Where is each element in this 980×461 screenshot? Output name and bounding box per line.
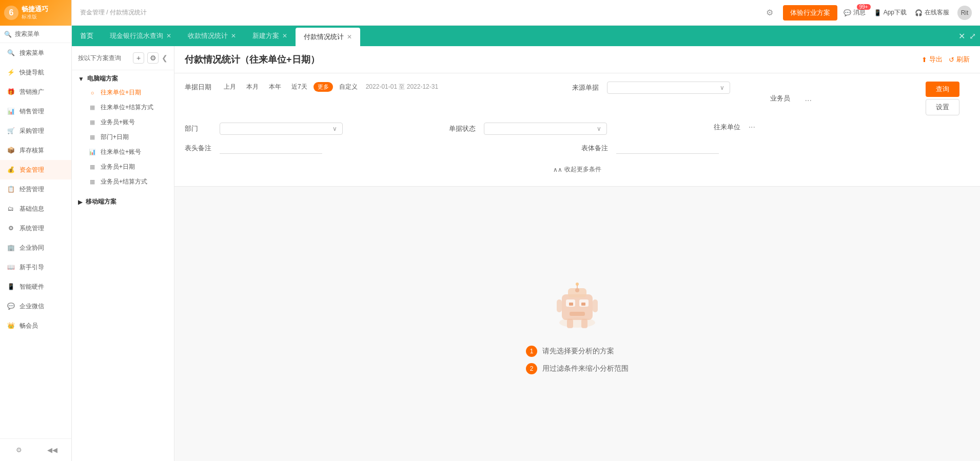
source-doc-select[interactable]: ∨	[607, 82, 730, 94]
date-option-more[interactable]: 更多	[313, 82, 333, 92]
sidebar-item-label-purchase: 采购管理	[19, 127, 44, 135]
tab-close-all-icon[interactable]: ✕	[958, 31, 965, 41]
svg-rect-9	[567, 319, 573, 328]
message-icon: 💬	[844, 9, 851, 16]
sidebar-item-label-system: 系统管理	[19, 224, 44, 233]
scheme-item-icon-partner_settlement: ▦	[88, 104, 96, 112]
sidebar-collapse-btn[interactable]: ◀◀	[38, 443, 68, 457]
scheme-panel: 按以下方案查询 + ⚙ ❮ ▼ 电脑端方案 ○ 往来单位+日期 ▦ 往来单位+结…	[72, 46, 174, 461]
header-note-input[interactable]	[220, 142, 322, 154]
doc-status-select[interactable]: ∨	[484, 123, 607, 135]
logo-icon: 6	[4, 6, 18, 20]
export-btn[interactable]: ⬆ 导出	[922, 55, 943, 64]
sidebar-logo: 6 畅捷通巧 标准版	[0, 0, 71, 26]
query-btn[interactable]: 查询	[926, 82, 959, 97]
inventory-icon: 📦	[6, 146, 15, 155]
sidebar-item-member[interactable]: 👑 畅会员	[0, 316, 71, 335]
sidebar-item-operation[interactable]: 📋 经营管理	[0, 179, 71, 199]
dept-select[interactable]: ∨	[220, 123, 343, 135]
tab-payment_stats[interactable]: 付款情况统计✕	[296, 28, 360, 46]
sidebar-item-finance[interactable]: 💰 资金管理	[0, 160, 71, 179]
scheme-settings-btn[interactable]: ⚙	[147, 52, 159, 64]
empty-step-2: 2 用过滤条件来缩小分析范围	[526, 363, 629, 374]
customer-service-btn[interactable]: 🎧 在线客服	[915, 8, 949, 17]
wechat-icon: 💬	[6, 302, 15, 311]
sidebar-bottom: ⚙ ◀◀	[0, 438, 71, 461]
sidebar-item-guide[interactable]: 📖 新手引导	[0, 257, 71, 277]
tab-close-payment_stats[interactable]: ✕	[347, 33, 352, 41]
scheme-collapse-btn[interactable]: ❮	[162, 54, 168, 62]
collapse-more-btn[interactable]: ∧∧ 收起更多条件	[185, 161, 970, 178]
trial-btn[interactable]: 体验行业方案	[783, 5, 837, 21]
sidebar-item-label-hardware: 智能硬件	[19, 283, 44, 291]
member-icon: 👑	[6, 321, 15, 330]
svg-rect-1	[562, 294, 593, 320]
app-download-btn[interactable]: 📱 App下载	[874, 8, 907, 17]
tab-close-cash_flow[interactable]: ✕	[166, 32, 171, 39]
tab-receipts[interactable]: 收款情况统计✕	[180, 26, 244, 46]
svg-rect-6	[570, 312, 585, 316]
date-option-custom[interactable]: 自定义	[335, 82, 362, 92]
scheme-item-salesperson_settlement[interactable]: ▦ 业务员+结算方式	[78, 174, 168, 189]
scheme-item-salesperson_account[interactable]: ▦ 业务员+账号	[78, 115, 168, 130]
tab-cash_flow[interactable]: 现金银行流水查询✕	[102, 26, 180, 46]
scheme-group-mobile-header[interactable]: ▶ 移动端方案	[78, 197, 168, 206]
sidebar-settings-btn[interactable]: ⚙	[4, 443, 34, 457]
scheme-item-icon-salesperson_date: ▦	[88, 163, 96, 171]
scheme-item-dept_date[interactable]: ▦ 部门+日期	[78, 130, 168, 145]
date-option-this-month[interactable]: 本月	[242, 82, 263, 92]
date-option-last-month[interactable]: 上月	[220, 82, 240, 92]
refresh-btn[interactable]: ↺ 刷新	[949, 55, 970, 64]
scheme-item-partner_date[interactable]: ○ 往来单位+日期	[78, 85, 168, 100]
sidebar-item-sales[interactable]: 📊 销售管理	[0, 102, 71, 121]
date-option-this-year[interactable]: 本年	[265, 82, 285, 92]
scheme-item-label-salesperson_account: 业务员+账号	[101, 118, 135, 127]
body-note-input[interactable]	[616, 142, 719, 154]
sidebar-item-shortcuts[interactable]: ⚡ 快捷导航	[0, 63, 71, 82]
tab-new_scheme[interactable]: 新建方案✕	[244, 26, 296, 46]
user-avatar[interactable]: Rit	[957, 6, 972, 20]
scheme-add-btn[interactable]: +	[133, 52, 144, 64]
tab-home[interactable]: 首页	[72, 26, 102, 46]
scheme-item-label-partner_settlement: 往来单位+结算方式	[101, 103, 153, 112]
system-icon: ⚙	[6, 224, 15, 233]
scheme-item-salesperson_date[interactable]: ▦ 业务员+日期	[78, 159, 168, 174]
sidebar-item-basic[interactable]: 🗂 基础信息	[0, 199, 71, 218]
source-doc-arrow: ∨	[720, 84, 724, 91]
scheme-item-label-dept_date: 部门+日期	[101, 133, 129, 142]
empty-state: 1 请先选择要分析的方案 2 用过滤条件来缩小分析范围	[174, 187, 980, 461]
sidebar-item-purchase[interactable]: 🛒 采购管理	[0, 121, 71, 141]
tab-close-receipts[interactable]: ✕	[231, 32, 236, 39]
scheme-item-partner_account[interactable]: 📊 往来单位+账号	[78, 145, 168, 159]
sidebar-item-marketing[interactable]: 🎁 营销推广	[0, 82, 71, 102]
salesperson-more-btn[interactable]: ...	[805, 94, 812, 103]
scheme-panel-title: 按以下方案查询	[78, 54, 121, 63]
sidebar-item-label-operation: 经营管理	[19, 185, 44, 194]
sidebar-item-hardware[interactable]: 📱 智能硬件	[0, 277, 71, 296]
sidebar-item-enterprise[interactable]: 🏢 企业协同	[0, 238, 71, 257]
sidebar-item-search[interactable]: 🔍 搜索菜单	[0, 43, 71, 63]
salesperson-label: 业务员	[770, 94, 801, 103]
filter-results-area: 付款情况统计（往来单位+日期） ⬆ 导出 ↺ 刷新	[174, 46, 980, 461]
partner-more-btn[interactable]: ···	[749, 123, 755, 132]
date-options: 上月 本月 本年 近7天 更多 自定义 2022-01-01 至 2022-12…	[220, 82, 438, 92]
messages-badge: 99+	[857, 4, 871, 10]
filter-salesperson-field: 业务员 ... 查询设置	[770, 82, 960, 115]
messages-btn[interactable]: 💬 消息 99+	[844, 8, 866, 17]
scheme-group-desktop-header[interactable]: ▼ 电脑端方案	[78, 74, 168, 83]
tab-close-new_scheme[interactable]: ✕	[282, 32, 287, 39]
filter-settings-btn[interactable]: 设置	[926, 99, 959, 115]
scheme-group-mobile-title: 移动端方案	[86, 197, 116, 206]
topbar-settings-btn[interactable]: ⚙	[762, 6, 777, 20]
tab-expand-icon[interactable]: ⤢	[969, 31, 976, 41]
scheme-item-icon-partner_date: ○	[88, 89, 96, 97]
sidebar-item-system[interactable]: ⚙ 系统管理	[0, 218, 71, 238]
scheme-item-label-partner_account: 往来单位+账号	[101, 148, 141, 156]
scheme-item-partner_settlement[interactable]: ▦ 往来单位+结算方式	[78, 100, 168, 115]
collapse-icon: ∧∧	[553, 166, 562, 173]
sidebar-item-wechat[interactable]: 💬 企业微信	[0, 296, 71, 316]
filter-source-doc-field: 来源单据 ∨	[572, 82, 762, 94]
sidebar-item-inventory[interactable]: 📦 库存核算	[0, 141, 71, 160]
sidebar-search-item[interactable]: 🔍 搜索菜单	[0, 26, 71, 43]
date-option-7days[interactable]: 近7天	[287, 82, 311, 92]
